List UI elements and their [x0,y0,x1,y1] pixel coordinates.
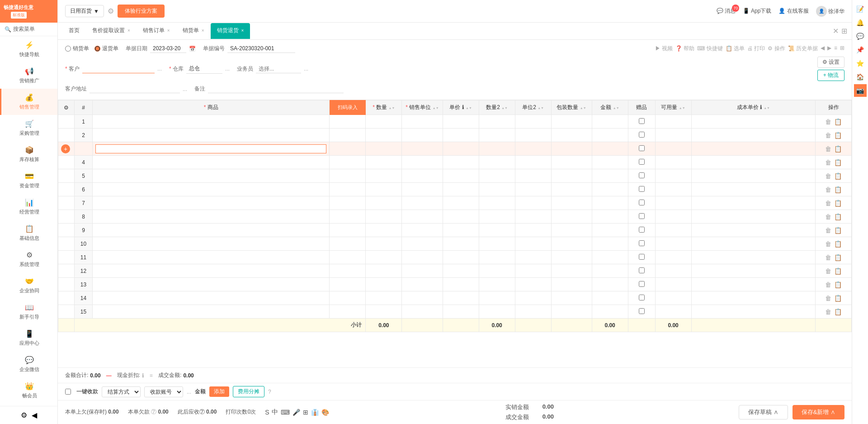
delete-row-icon[interactable]: 🗑 [825,213,831,220]
right-panel-home[interactable]: 🏠 [854,71,867,83]
shortcut-link[interactable]: ⌨ 快捷键 [697,45,722,52]
copy-row-icon[interactable]: 📋 [834,295,842,302]
sale-unit-cell[interactable] [402,129,443,142]
calendar-icon[interactable]: 📅 [189,46,196,52]
product-input-active[interactable] [95,144,326,153]
date-value[interactable]: 2023-03-20 [150,44,186,53]
delete-row-icon[interactable]: 🗑 [825,267,831,275]
sidebar-item-apps[interactable]: 📱 应用中心 [0,325,57,351]
delete-row-icon[interactable]: 🗑 [825,281,831,288]
right-panel-star[interactable]: ⭐ [854,57,867,70]
gift-checkbox[interactable] [639,145,645,151]
sidebar-settings-icon[interactable]: ⚙ [21,411,27,419]
account-more-icon[interactable]: ... [187,389,191,395]
payment-help-icon[interactable]: ? [268,389,271,395]
account-select[interactable]: 收款账号 [144,386,183,397]
sidebar-item-marketing[interactable]: 📢 营销推广 [0,62,57,89]
delete-row-icon[interactable]: 🗑 [825,240,831,248]
gift-checkbox[interactable] [639,240,645,246]
industry-select[interactable]: 日用百货 ▼ [65,5,104,17]
unit2-cell[interactable] [515,115,551,129]
qty2-cell[interactable] [479,142,515,156]
search-menu-item[interactable]: 🔍 搜索菜单 [0,23,57,36]
gift-checkbox[interactable] [639,118,645,124]
copy-row-icon[interactable]: 📋 [834,132,842,139]
app-download-link[interactable]: 📱 App下载 [743,7,771,15]
delete-row-icon[interactable]: 🗑 [825,200,831,207]
history-link[interactable]: 📜 历史单据 [788,45,818,52]
gift-checkbox[interactable] [639,186,645,192]
gift-checkbox[interactable] [639,200,645,205]
sidebar-item-enterprise[interactable]: 🤝 企业协同 [0,272,57,299]
sidebar-item-purchase[interactable]: 🛒 采购管理 [0,115,57,141]
copy-row-icon[interactable]: 📋 [834,172,842,180]
view-grid-icon[interactable]: ⊞ [840,45,844,52]
sale-unit-cell[interactable] [402,115,443,129]
delete-row-icon[interactable]: 🗑 [825,295,831,302]
input-icon[interactable]: 中 [272,408,278,416]
delete-row-icon[interactable]: 🗑 [825,145,831,152]
tab-sales-order[interactable]: 销售订单 × [137,23,176,39]
gift-cell[interactable] [628,115,655,129]
gift-checkbox[interactable] [639,172,645,178]
radio-sales-bill[interactable]: 销货单 [65,45,89,52]
qr-icon[interactable]: ⊞ [303,409,308,416]
quantity-cell[interactable] [366,115,402,129]
amount-cell[interactable] [592,115,628,129]
copy-row-icon[interactable]: 📋 [834,213,842,220]
user-avatar[interactable]: 👤 徐泽华 [816,6,844,17]
copy-row-icon[interactable]: 📋 [834,281,842,288]
radio-return-bill[interactable]: 退货单 [94,45,118,52]
save-new-button[interactable]: 保存&新增 ∧ [793,405,844,419]
sidebar-item-sales[interactable]: 💰 销售管理 [0,89,57,115]
product-cell-active[interactable] [93,142,330,156]
this-debit-help-icon[interactable]: ⑦ [151,409,156,415]
print-link[interactable]: 🖨 打印 [747,45,765,52]
gift-checkbox[interactable] [639,295,645,300]
discount-help-icon[interactable]: ℹ [142,372,144,379]
next-record-icon[interactable]: ▶ [827,45,831,52]
message-button[interactable]: 💬 70 消息 [717,7,736,15]
tab-sales-bill-close-icon[interactable]: × [202,28,204,33]
tab-sales-return[interactable]: 销货退货 × [211,23,250,39]
operate-link[interactable]: ⚙ 操作 [768,45,785,52]
copy-row-icon[interactable]: 📋 [834,240,842,248]
expand-tabs-icon[interactable]: ⊞ [841,27,847,35]
quantity-cell[interactable] [366,142,402,156]
qty2-cell[interactable] [479,115,515,129]
delete-row-icon[interactable]: 🗑 [825,308,831,315]
copy-row-icon[interactable]: 📋 [834,308,842,315]
tab-sales-order-close-icon[interactable]: × [167,28,170,33]
tab-price-setting[interactable]: 售价提取设置 × [86,23,137,39]
settings-button[interactable]: ⚙ 设置 [817,57,844,68]
pack-qty-cell[interactable] [551,129,592,142]
delete-row-icon[interactable]: 🗑 [825,159,831,166]
sidebar-item-operations[interactable]: 📊 经营管理 [0,194,57,220]
right-panel-chat[interactable]: 💬 [854,30,867,43]
delete-row-icon[interactable]: 🗑 [825,132,831,139]
copy-row-icon[interactable]: 📋 [834,186,842,193]
settlement-select[interactable]: 结算方式 [102,386,141,397]
gift-checkbox[interactable] [639,281,645,287]
save-draft-button[interactable]: 保存草稿 ∧ [739,405,788,419]
pack-qty-cell[interactable] [551,142,592,156]
customer-input[interactable] [82,65,155,73]
speech-icon[interactable]: 🎤 [292,409,300,416]
right-panel-camera[interactable]: 📷 [854,84,867,97]
skin-icon[interactable]: 🎨 [321,409,329,416]
product-cell[interactable] [93,115,330,129]
delete-row-icon[interactable]: 🗑 [825,186,831,193]
unit-price-cell[interactable] [443,142,479,156]
address-more-icon[interactable]: ... [183,86,187,92]
sidebar-item-inventory[interactable]: 📦 库存核算 [0,141,57,167]
scan-button[interactable]: 扫码录入 [335,103,360,112]
gift-checkbox[interactable] [639,267,645,273]
add-payment-button[interactable]: 添加 [209,386,229,397]
delete-row-icon[interactable]: 🗑 [825,118,831,125]
copy-row-icon[interactable]: 📋 [834,159,842,166]
trial-plan-button[interactable]: 体验行业方案 [118,5,165,18]
close-all-tabs-icon[interactable]: ✕ [833,27,839,35]
sidebar-collapse-icon[interactable]: ◀ [32,411,37,419]
delete-row-icon[interactable]: 🗑 [825,172,831,180]
gift-checkbox[interactable] [639,132,645,138]
